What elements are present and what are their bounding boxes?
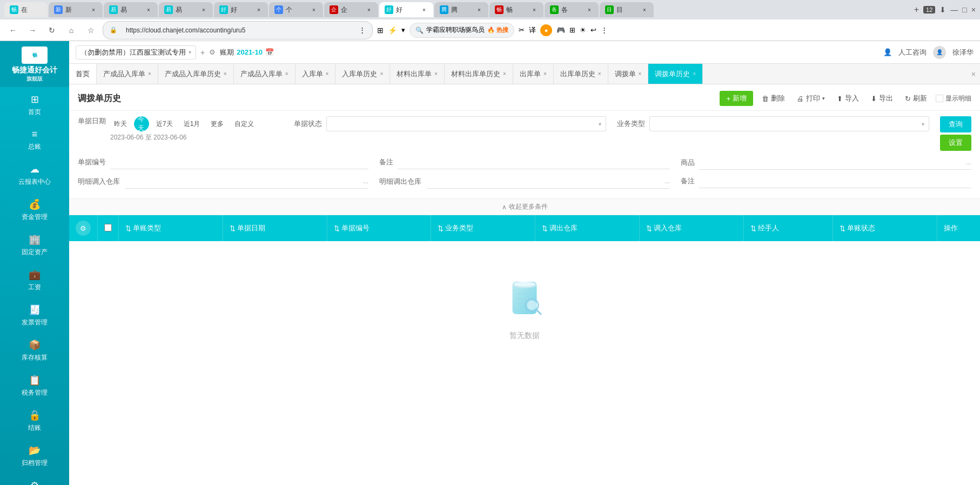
site-info-icon[interactable]: ⋮ bbox=[359, 26, 366, 34]
tab-close-8[interactable]: × bbox=[475, 6, 483, 14]
goods-picker-icon[interactable]: ... bbox=[966, 158, 971, 166]
undo-icon[interactable]: ↩ bbox=[590, 26, 596, 34]
user-label[interactable]: 徐泽华 bbox=[952, 48, 974, 57]
page-tab-material-out[interactable]: 材料出库单 × bbox=[390, 64, 445, 84]
sidebar-item-invoice[interactable]: 🧾 发票管理 bbox=[0, 297, 69, 333]
goods-input[interactable] bbox=[699, 155, 966, 169]
settings-gear-icon[interactable]: ⚙ bbox=[209, 48, 216, 56]
page-tab-finished-goods-in2-close[interactable]: × bbox=[285, 71, 288, 77]
tab-close-7[interactable]: × bbox=[420, 6, 428, 14]
tab-close-5[interactable]: × bbox=[310, 6, 318, 14]
date-btn-1month[interactable]: 近1月 bbox=[180, 118, 204, 130]
browser-tab-2[interactable]: 易 易 × bbox=[104, 2, 158, 17]
address-input[interactable] bbox=[119, 23, 357, 38]
forward-btn[interactable]: → bbox=[25, 23, 40, 38]
more-btn[interactable]: ⋮ bbox=[601, 26, 608, 34]
th-doc-num[interactable]: ⇅ 单据编号 bbox=[327, 215, 431, 241]
date-btn-yesterday[interactable]: 昨天 bbox=[110, 118, 131, 130]
th-handler[interactable]: ⇅ 经手人 bbox=[743, 215, 833, 241]
page-tab-stock-in-history[interactable]: 入库单历史 × bbox=[335, 64, 390, 84]
add-company-btn[interactable]: + bbox=[200, 48, 205, 57]
page-tab-transfer-history[interactable]: 调拨单历史 × bbox=[648, 64, 703, 84]
new-tab-btn[interactable]: + bbox=[914, 5, 919, 15]
tab-close-10[interactable]: × bbox=[586, 6, 593, 14]
translate-icon[interactable]: 译 bbox=[529, 25, 536, 35]
page-tab-material-out-history[interactable]: 材料出库单历史 × bbox=[445, 64, 513, 84]
delete-btn[interactable]: 🗑 删除 bbox=[759, 91, 788, 105]
page-tab-finished-goods-in-history-close[interactable]: × bbox=[224, 71, 227, 77]
lightning-icon[interactable]: ⚡ bbox=[388, 26, 397, 35]
page-tab-transfer-close[interactable]: × bbox=[639, 71, 642, 77]
print-btn[interactable]: 🖨 打印 ▾ bbox=[794, 91, 828, 105]
collapse-bar[interactable]: ∧ 收起更多条件 bbox=[69, 198, 980, 215]
calendar-icon[interactable]: 📅 bbox=[265, 48, 274, 56]
tab-close-6[interactable]: × bbox=[365, 6, 373, 14]
browser-tab-4[interactable]: 好 好 × bbox=[214, 2, 268, 17]
page-tab-stock-in-history-close[interactable]: × bbox=[380, 71, 383, 77]
table-settings-gear[interactable]: ⚙ bbox=[76, 221, 91, 236]
tab-close-4[interactable]: × bbox=[255, 6, 263, 14]
page-tab-finished-goods-in2[interactable]: 产成品入库单 × bbox=[234, 64, 296, 84]
page-tab-material-out-history-close[interactable]: × bbox=[503, 71, 506, 77]
detail-in-input[interactable] bbox=[125, 174, 363, 188]
date-btn-today[interactable]: 今天 bbox=[134, 116, 149, 131]
th-doc-type[interactable]: ⇅ 单账类型 bbox=[119, 215, 223, 241]
tab-close-2[interactable]: × bbox=[145, 6, 152, 14]
sidebar-item-funds[interactable]: 💰 资金管理 bbox=[0, 192, 69, 227]
grid-icon[interactable]: ⊞ bbox=[569, 26, 575, 34]
date-btn-custom[interactable]: 自定义 bbox=[231, 118, 258, 130]
search-btn[interactable]: 查询 bbox=[940, 116, 971, 132]
wallet-icon[interactable]: ● bbox=[540, 24, 552, 36]
browser-tab-chanjet[interactable]: 畅 在 bbox=[4, 2, 48, 17]
sidebar-item-reports[interactable]: ☁ 云报表中心 bbox=[0, 157, 69, 192]
close-all-tabs-btn[interactable]: × bbox=[967, 70, 980, 78]
sidebar-item-tax[interactable]: 📋 税务管理 bbox=[0, 368, 69, 403]
docnum-input[interactable] bbox=[110, 155, 368, 169]
dropdown-arrow[interactable]: ▾ bbox=[401, 26, 405, 34]
th-checkbox[interactable] bbox=[98, 215, 119, 241]
tab-close-9[interactable]: × bbox=[531, 6, 538, 14]
page-tab-finished-goods-in-history[interactable]: 产成品入库单历史 × bbox=[158, 64, 234, 84]
browser-tab-11[interactable]: 目 目 × bbox=[600, 2, 654, 17]
select-all-checkbox[interactable] bbox=[104, 224, 112, 231]
page-tab-stock-out-history[interactable]: 出库单历史 × bbox=[554, 64, 608, 84]
detail-out-picker-icon[interactable]: ... bbox=[664, 177, 670, 185]
sidebar-item-payroll[interactable]: 💼 工资 bbox=[0, 262, 69, 297]
company-selector[interactable]: （勿删勿禁用）江西服宝测试专用 ▾ bbox=[76, 45, 196, 59]
add-btn[interactable]: + 新增 bbox=[720, 91, 753, 106]
th-doc-date[interactable]: ⇅ 单据日期 bbox=[223, 215, 327, 241]
page-tab-stock-out-close[interactable]: × bbox=[543, 71, 547, 77]
tab-close-11[interactable]: × bbox=[641, 6, 648, 14]
page-tab-material-out-close[interactable]: × bbox=[434, 71, 438, 77]
export-btn[interactable]: ⬇ 导出 bbox=[868, 91, 896, 105]
minimize-btn[interactable]: — bbox=[950, 5, 958, 14]
sidebar-item-fixed-assets[interactable]: 🏢 固定资产 bbox=[0, 227, 69, 262]
page-tab-stock-in-close[interactable]: × bbox=[326, 71, 329, 77]
refresh-page-btn[interactable]: ↻ 刷新 bbox=[902, 91, 930, 105]
browser-tab-10[interactable]: 各 各 × bbox=[545, 2, 599, 17]
date-btn-7days[interactable]: 近7天 bbox=[152, 118, 177, 130]
page-tab-finished-goods-in-close[interactable]: × bbox=[148, 71, 151, 77]
brightness-icon[interactable]: ☀ bbox=[580, 26, 586, 34]
browser-tab-1[interactable]: 新 新 × bbox=[49, 2, 103, 17]
th-in-warehouse[interactable]: ⇅ 调入仓库 bbox=[639, 215, 743, 241]
sidebar-item-home[interactable]: ⊞ 首页 bbox=[0, 87, 69, 122]
browser-tab-7[interactable]: 好 好 × bbox=[379, 2, 433, 17]
scissors-icon[interactable]: ✂ bbox=[519, 26, 525, 34]
page-tab-stock-out-history-close[interactable]: × bbox=[598, 71, 601, 77]
close-browser-btn[interactable]: × bbox=[971, 5, 976, 14]
browser-tab-3[interactable]: 易 易 × bbox=[159, 2, 213, 17]
page-tab-transfer-history-close[interactable]: × bbox=[693, 71, 696, 77]
page-tab-stock-out[interactable]: 出库单 × bbox=[513, 64, 554, 84]
bookmark-btn[interactable]: ☆ bbox=[83, 23, 98, 38]
th-settings[interactable]: ⚙ bbox=[69, 215, 98, 241]
page-tab-home[interactable]: 首页 bbox=[69, 64, 97, 84]
refresh-btn[interactable]: ↻ bbox=[44, 23, 59, 38]
browser-tab-5[interactable]: 个 个 × bbox=[269, 2, 323, 17]
browser-tab-6[interactable]: 企 企 × bbox=[324, 2, 378, 17]
sidebar-item-archive[interactable]: 📂 归档管理 bbox=[0, 438, 69, 473]
detail-out-input[interactable] bbox=[427, 174, 664, 188]
tab-close-1[interactable]: × bbox=[90, 6, 97, 14]
home-nav-btn[interactable]: ⌂ bbox=[64, 23, 79, 38]
biztype-dropdown[interactable]: ▾ bbox=[649, 116, 929, 131]
